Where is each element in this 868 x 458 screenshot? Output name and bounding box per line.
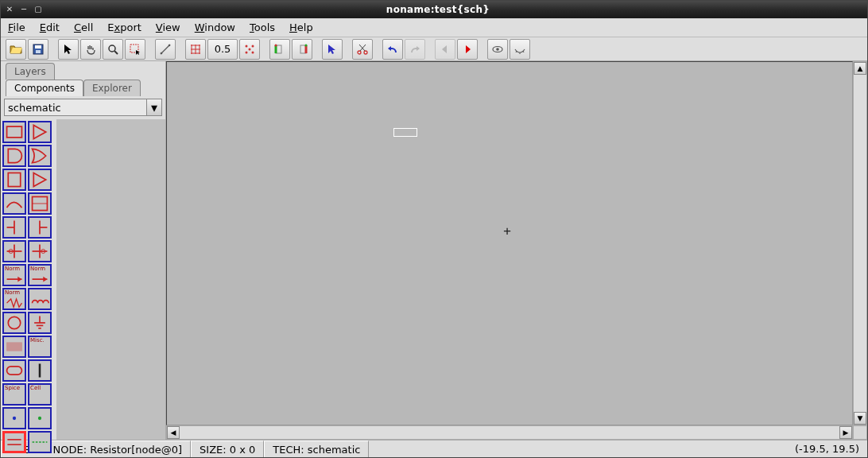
menu-export[interactable]: Export xyxy=(105,20,144,35)
component-resistor[interactable] xyxy=(2,121,26,143)
status-size: SIZE: 0 x 0 xyxy=(191,441,264,457)
svg-point-8 xyxy=(169,44,171,46)
component-ground[interactable] xyxy=(28,312,52,334)
component-misc[interactable]: Misc. xyxy=(28,336,52,358)
cut-button[interactable] xyxy=(352,39,373,60)
tab-layers[interactable]: Layers xyxy=(6,63,55,80)
tab-components[interactable]: Components xyxy=(6,80,83,96)
component-box[interactable] xyxy=(2,169,26,191)
component-circle[interactable] xyxy=(2,312,26,334)
component-palette: NormNormNormMisc.SpiceCell xyxy=(1,119,56,455)
menubar: File Edit Cell Export View Window Tools … xyxy=(1,18,867,37)
select-area-button[interactable] xyxy=(125,39,145,60)
save-button[interactable] xyxy=(28,39,48,60)
schematic-canvas[interactable]: + xyxy=(166,61,853,425)
pan-button[interactable] xyxy=(80,39,101,60)
component-triangle[interactable] xyxy=(28,169,52,191)
canvas-area: + ▲ ▼ ◀ ▶ xyxy=(166,61,867,440)
scroll-left-icon[interactable]: ◀ xyxy=(167,426,180,439)
open-button[interactable] xyxy=(6,39,26,60)
scroll-down-icon[interactable]: ▼ xyxy=(854,412,866,425)
component-inductor[interactable] xyxy=(28,288,52,310)
minimize-icon[interactable]: ─ xyxy=(18,4,29,15)
snap-button[interactable] xyxy=(239,39,260,60)
component-lib-field[interactable] xyxy=(4,99,146,116)
grid-toggle-button[interactable] xyxy=(185,39,206,60)
scroll-track-v[interactable] xyxy=(854,75,866,412)
status-coords: (-19.5, 19.5) xyxy=(787,443,867,455)
app-window: ✕ ─ ▢ noname:test{sch} File Edit Cell Ex… xyxy=(0,0,868,458)
statusbar: CREATE NODE: Resistor[node@0] SIZE: 0 x … xyxy=(1,440,867,457)
svg-point-7 xyxy=(161,52,163,54)
menu-tools[interactable]: Tools xyxy=(247,20,277,35)
zoom-button[interactable] xyxy=(103,39,123,60)
menu-view[interactable]: View xyxy=(153,20,183,35)
eye-open-button[interactable] xyxy=(487,39,508,60)
crosshair-cursor: + xyxy=(503,223,511,239)
svg-point-27 xyxy=(364,51,367,54)
component-t-left[interactable] xyxy=(2,216,26,239)
eye-closed-button[interactable] xyxy=(510,39,530,60)
menu-edit[interactable]: Edit xyxy=(37,20,62,35)
component-cross-r[interactable] xyxy=(28,240,52,262)
undo-button[interactable] xyxy=(382,39,403,60)
component-node-b[interactable]: Norm xyxy=(28,264,52,286)
scroll-right-icon[interactable]: ▶ xyxy=(839,426,852,439)
svg-point-26 xyxy=(358,51,361,54)
arrow-tool-button[interactable] xyxy=(322,39,343,60)
component-t-right[interactable] xyxy=(28,216,52,239)
component-bar[interactable] xyxy=(28,359,52,382)
menu-file[interactable]: File xyxy=(6,20,28,35)
measure-button[interactable] xyxy=(155,39,176,60)
horizontal-scrollbar[interactable]: ◀ ▶ xyxy=(166,425,853,440)
component-hstripe[interactable] xyxy=(2,431,26,453)
chevron-down-icon[interactable]: ▾ xyxy=(146,99,162,116)
forward-button[interactable] xyxy=(457,39,478,60)
svg-line-29 xyxy=(359,45,365,51)
back-button xyxy=(435,39,455,60)
menu-window[interactable]: Window xyxy=(192,20,238,35)
component-dot2[interactable] xyxy=(28,407,52,429)
svg-rect-2 xyxy=(36,50,41,53)
toolbar: 0.5 xyxy=(1,37,867,61)
scroll-track-h[interactable] xyxy=(180,426,839,439)
component-node-a[interactable]: Norm xyxy=(2,264,26,286)
grid-value[interactable]: 0.5 xyxy=(207,39,238,60)
component-wire-arc[interactable] xyxy=(2,192,26,215)
svg-point-19 xyxy=(249,48,251,50)
component-label[interactable] xyxy=(2,336,26,358)
component-cross-l[interactable] xyxy=(2,240,26,262)
component-dot1[interactable] xyxy=(2,407,26,429)
svg-point-22 xyxy=(275,44,277,46)
component-and[interactable] xyxy=(2,145,26,167)
component-cell[interactable]: Cell xyxy=(28,383,52,406)
palette-fill xyxy=(56,119,165,455)
svg-line-4 xyxy=(114,51,118,54)
tab-explorer[interactable]: Explorer xyxy=(83,80,141,96)
svg-point-16 xyxy=(252,45,254,47)
maximize-icon[interactable]: ▢ xyxy=(33,4,44,15)
redo-button xyxy=(405,39,425,60)
svg-point-31 xyxy=(496,48,499,51)
menu-help[interactable]: Help xyxy=(287,20,316,35)
component-block[interactable] xyxy=(28,192,52,215)
status-tech: TECH: schematic xyxy=(264,441,369,457)
anchor-right-button[interactable] xyxy=(292,39,312,60)
vertical-scrollbar[interactable]: ▲ ▼ xyxy=(853,61,867,425)
component-roundrect[interactable] xyxy=(2,359,26,382)
component-node-c[interactable]: Norm xyxy=(2,288,26,310)
menu-cell[interactable]: Cell xyxy=(72,20,95,35)
svg-point-51 xyxy=(8,316,20,328)
titlebar: ✕ ─ ▢ noname:test{sch} xyxy=(1,1,867,18)
component-or[interactable] xyxy=(28,145,52,167)
component-spice[interactable]: Spice xyxy=(2,383,26,406)
pointer-button[interactable] xyxy=(58,39,79,60)
left-panel: Layers Components Explorer ▾ NormNormNor… xyxy=(1,61,166,440)
component-lib-dropdown[interactable]: ▾ xyxy=(4,99,162,116)
component-dash[interactable] xyxy=(28,431,52,453)
close-icon[interactable]: ✕ xyxy=(4,4,15,15)
scroll-up-icon[interactable]: ▲ xyxy=(854,62,866,75)
svg-point-59 xyxy=(13,417,16,420)
anchor-left-button[interactable] xyxy=(269,39,290,60)
component-buffer[interactable] xyxy=(28,121,52,143)
